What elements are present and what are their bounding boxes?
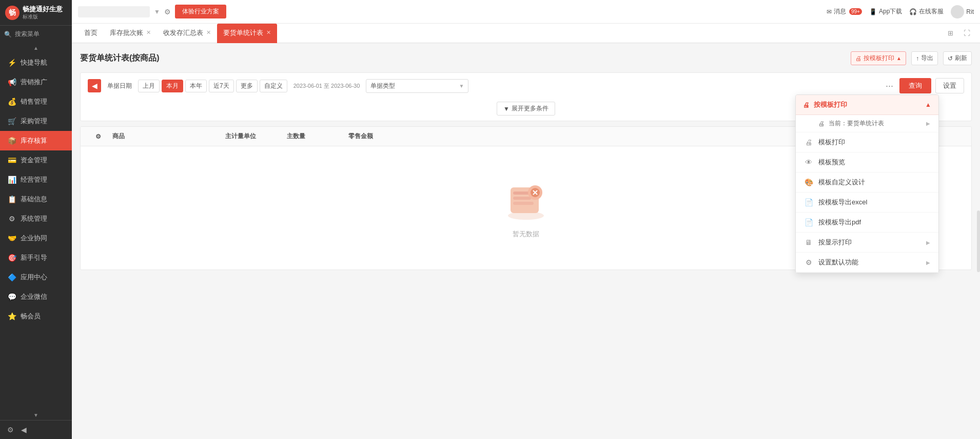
collab-icon: 🤝 (7, 234, 16, 243)
expand-more-btn[interactable]: ▼ 展开更多条件 (497, 102, 555, 116)
weixin-icon: 💬 (7, 292, 16, 301)
sidebar-item-guide[interactable]: 🎯 新手引导 (0, 248, 72, 268)
sidebar-item-quick-nav[interactable]: ⚡ 快捷导航 (0, 53, 72, 72)
refresh-btn[interactable]: ↺ 刷新 (943, 51, 972, 65)
content-area: 要货单统计表(按商品) 🖨 按模板打印 ▲ ↑ 导出 ↺ 刷新 (72, 43, 980, 439)
date-btn-more[interactable]: 更多 (236, 80, 258, 92)
avatar (951, 5, 964, 18)
tab-order-stats[interactable]: 要货单统计表 ✕ (217, 24, 277, 43)
sidebar-scroll-down[interactable]: ▼ (0, 410, 72, 420)
tab-batch-account[interactable]: 库存批次账 ✕ (104, 24, 157, 43)
query-button[interactable]: 查询 (899, 78, 931, 93)
sidebar-item-collab[interactable]: 🤝 企业协同 (0, 228, 72, 248)
col-product: 商品 (108, 132, 221, 141)
set-default-icon: ⚙ (804, 258, 813, 266)
user-menu[interactable]: Rit (951, 5, 974, 18)
tabs-bar: 首页 库存批次账 ✕ 收发存汇总表 ✕ 要货单统计表 ✕ ⊞ ⛶ (72, 24, 980, 43)
operation-icon: 📊 (7, 175, 16, 184)
date-btn-current-month[interactable]: 本月 (162, 80, 183, 92)
sidebar-item-system[interactable]: ⚙ 系统管理 (0, 209, 72, 228)
tab-expand-btn[interactable]: ⊞ (943, 26, 957, 41)
online-service-btn[interactable]: 🎧 在线客服 (909, 7, 944, 16)
sidebar-item-inventory[interactable]: 📦 库存核算 (0, 131, 72, 150)
sidebar-logo: 畅 畅捷通好生意 标准版 (0, 0, 72, 26)
topbar-gear-icon[interactable]: ⚙ (164, 8, 171, 16)
sidebar-item-appstore[interactable]: 🔷 应用中心 (0, 268, 72, 287)
export-excel-icon: 📄 (804, 198, 813, 206)
dropdown-item-template-print[interactable]: 🖨 模板打印 (796, 132, 938, 152)
tab-home[interactable]: 首页 (78, 24, 104, 43)
settings-icon[interactable]: ⚙ (7, 426, 14, 434)
sidebar-scroll-up[interactable]: ▲ (0, 43, 72, 53)
sidebar-nav: ⚡ 快捷导航 📢 营销推广 💰 销售管理 🛒 采购管理 📦 库存核算 💳 资金管… (0, 53, 72, 410)
date-buttons: 上月 本月 本年 近7天 更多 自定义 (138, 80, 287, 92)
filter-toggle-btn[interactable]: ◀ (88, 79, 101, 92)
collapse-icon[interactable]: ◀ (21, 426, 27, 434)
dropdown-item-display-print[interactable]: 🖥 按显示打印 ▶ (796, 233, 938, 253)
sidebar-item-operation[interactable]: 📊 经营管理 (0, 170, 72, 189)
sidebar-item-purchase[interactable]: 🛒 采购管理 (0, 111, 72, 131)
dropdown-header[interactable]: 🖨 按模板打印 ▲ (796, 95, 938, 115)
search-icon: 🔍 (4, 31, 12, 38)
template-design-icon: 🎨 (804, 178, 813, 186)
app-download-btn[interactable]: 📱 App下载 (869, 7, 902, 16)
col-amount: 零售金额 (344, 132, 421, 141)
sidebar-item-marketing[interactable]: 📢 营销推广 (0, 72, 72, 92)
topbar-search-input[interactable] (78, 6, 150, 17)
more-dots-icon[interactable]: ··· (884, 81, 895, 91)
dropdown-print-icon: 🖨 (803, 101, 810, 109)
tab-close-receive[interactable]: ✕ (206, 29, 211, 36)
message-icon: ✉ (827, 8, 832, 15)
topbar-dropdown-arrow[interactable]: ▼ (154, 8, 160, 15)
col-qty: 主数量 (283, 132, 344, 141)
phone-icon: 📱 (869, 8, 877, 15)
print-template-btn[interactable]: 🖨 按模板打印 ▲ (851, 51, 906, 65)
tab-close-batch[interactable]: ✕ (146, 29, 151, 36)
tab-close-order[interactable]: ✕ (266, 29, 271, 36)
export-btn[interactable]: ↑ 导出 (911, 51, 938, 65)
col-settings[interactable]: ⚙ (88, 133, 108, 140)
quick-nav-icon: ⚡ (7, 58, 16, 67)
sidebar-item-weixin[interactable]: 💬 企业微信 (0, 287, 72, 307)
sidebar-item-finance[interactable]: 💳 资金管理 (0, 150, 72, 170)
sidebar-item-member[interactable]: ⭐ 畅会员 (0, 307, 72, 326)
dropdown-item-template-preview[interactable]: 👁 模板预览 (796, 152, 938, 173)
dropdown-header-arrow-icon: ▲ (925, 101, 931, 108)
username-label: Rit (966, 8, 974, 15)
order-type-select[interactable]: 单据类型 ▼ (366, 79, 468, 93)
page-title: 要货单统计表(按商品) (80, 53, 160, 64)
date-btn-last7[interactable]: 近7天 (209, 80, 234, 92)
settings-button[interactable]: 设置 (935, 78, 964, 93)
date-btn-custom[interactable]: 自定义 (260, 80, 287, 92)
template-print-icon: 🖨 (804, 138, 813, 146)
select-arrow-icon: ▼ (459, 83, 464, 89)
sidebar-item-sales[interactable]: 💰 销售管理 (0, 92, 72, 111)
tab-receive-summary[interactable]: 收发存汇总表 ✕ (157, 24, 217, 43)
dropdown-item-set-default[interactable]: ⚙ 设置默认功能 ▶ (796, 253, 938, 273)
sidebar-search[interactable]: 🔍 搜索菜单 (0, 26, 72, 43)
current-print-icon: 🖨 (818, 120, 825, 127)
guide-icon: 🎯 (7, 253, 16, 262)
right-scrollbar[interactable] (977, 211, 980, 272)
dropdown-item-export-pdf[interactable]: 📄 按模板导出pdf (796, 213, 938, 233)
dropdown-item-template-design[interactable]: 🎨 模板自定义设计 (796, 173, 938, 193)
expand-icon: ▼ (503, 105, 509, 112)
date-btn-prev-month[interactable]: 上月 (138, 80, 160, 92)
messages-btn[interactable]: ✉ 消息 99+ (827, 7, 862, 16)
svg-rect-4 (513, 202, 534, 205)
date-btn-current-year[interactable]: 本年 (185, 80, 207, 92)
col-unit: 主计量单位 (221, 132, 283, 141)
tab-fullscreen-btn[interactable]: ⛶ (959, 26, 974, 41)
topbar-right: ✉ 消息 99+ 📱 App下载 🎧 在线客服 Rit (827, 5, 974, 18)
system-icon: ⚙ (7, 214, 16, 223)
page-header: 要货单统计表(按商品) 🖨 按模板打印 ▲ ↑ 导出 ↺ 刷新 (80, 51, 972, 65)
dropdown-item-export-excel[interactable]: 📄 按模板导出excel (796, 193, 938, 213)
logo-text: 畅捷通好生意 标准版 (23, 5, 63, 21)
sidebar-item-basic[interactable]: 📋 基础信息 (0, 189, 72, 209)
filter-actions: ··· 查询 设置 (884, 78, 964, 93)
trial-button[interactable]: 体验行业方案 (175, 5, 226, 18)
sales-icon: 💰 (7, 97, 16, 106)
date-range-text: 2023-06-01 至 2023-06-30 (293, 82, 360, 90)
headset-icon: 🎧 (909, 8, 917, 15)
dropdown-current-item[interactable]: 🖨 当前：要货单统计表 ▶ (796, 115, 938, 132)
